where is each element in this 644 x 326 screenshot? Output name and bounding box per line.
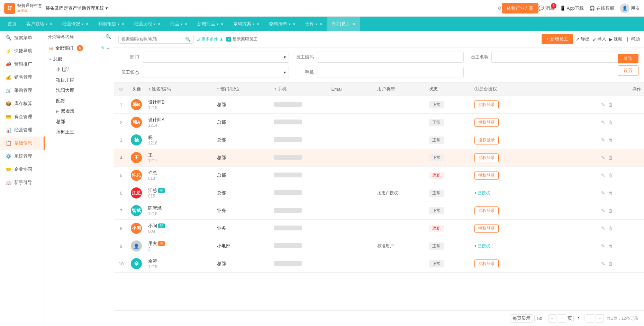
tab-profit[interactable]: 利润报告 ▾ ✕ — [93, 17, 129, 31]
tab-warehouse[interactable]: 仓库 ▾ ✕ — [300, 17, 327, 31]
delete-icon[interactable]: 🗑 — [608, 208, 613, 213]
close-icon[interactable]: ✕ — [157, 22, 161, 26]
dept-select[interactable]: ▾ — [142, 52, 289, 63]
dept-node-shuang[interactable]: ▶ 双虚想 — [45, 106, 114, 116]
status-select[interactable]: ▾ — [142, 67, 289, 78]
tab-employees[interactable]: 部门员工 ✕ — [327, 17, 360, 31]
prev-page-btn[interactable]: ‹ — [558, 314, 566, 323]
edit-icon[interactable]: ✎ — [601, 243, 605, 249]
delete-icon[interactable]: 🗑 — [608, 137, 613, 143]
tab-business[interactable]: 经营情况 ▾ ✕ — [57, 17, 93, 31]
edit-icon[interactable]: ✎ — [601, 102, 605, 107]
auth-button[interactable]: 授权登录 — [474, 171, 499, 180]
edit-icon[interactable]: ✎ — [601, 137, 605, 143]
search-input[interactable] — [121, 37, 184, 42]
edit-icon[interactable]: ✎ — [601, 173, 605, 178]
last-page-btn[interactable]: » — [596, 314, 604, 323]
auth-button[interactable]: 授权登录 — [474, 100, 499, 109]
auth-button[interactable]: 授权登录 — [474, 153, 499, 162]
th-name[interactable]: ↕ 姓名/编码 — [145, 82, 214, 96]
close-icon[interactable]: ✕ — [319, 22, 323, 26]
edit-icon[interactable]: ✎ — [601, 226, 605, 231]
page-input[interactable] — [573, 315, 584, 322]
auth-button[interactable]: 授权登录 — [474, 224, 499, 233]
tab-bom[interactable]: 物料清单 ▾ ✕ — [264, 17, 300, 31]
sidebar-item-collab[interactable]: 🤝 企业协同 — [0, 163, 45, 176]
next-page-btn[interactable]: › — [586, 314, 594, 323]
dept-node-electronics[interactable]: 小电部 — [45, 64, 114, 75]
close-icon[interactable]: ✕ — [352, 22, 355, 26]
message-icon-btn[interactable]: 💬 消息 5 — [538, 5, 554, 11]
sidebar-item-finance[interactable]: 💳 资金管理 — [0, 110, 45, 123]
delete-icon[interactable]: 🗑 — [608, 243, 613, 249]
dept-node-chashuwang[interactable]: 插树王三 — [45, 127, 114, 137]
sidebar-item-guide[interactable]: 📖 新手引导 — [0, 176, 45, 189]
phone-input[interactable] — [317, 67, 464, 78]
auth-button[interactable]: 授权登录 — [474, 259, 499, 268]
sidebar-item-purchase[interactable]: 🛒 采购管理 — [0, 84, 45, 97]
sidebar-item-sales[interactable]: 💰 销售管理 — [0, 71, 45, 84]
close-icon[interactable]: ✕ — [292, 22, 296, 26]
import-button[interactable]: ↙ 导入 — [592, 36, 606, 42]
view-button[interactable]: ▶ 视频 — [609, 36, 623, 42]
dept-search-input[interactable] — [48, 34, 104, 39]
gear-icon[interactable]: ⚙ — [498, 6, 502, 11]
tab-customer[interactable]: 客户联络 ▾ ✕ — [21, 17, 57, 31]
edit-icon[interactable]: ✎ — [101, 45, 105, 51]
app-download-btn[interactable]: 📱 App下载 — [560, 5, 584, 11]
delete-icon[interactable]: 🗑 — [608, 190, 613, 196]
delete-icon[interactable]: 🗑 — [608, 173, 613, 178]
add-employee-button[interactable]: + 新增员工 — [542, 34, 573, 44]
first-page-btn[interactable]: « — [548, 314, 556, 323]
delete-icon[interactable]: 🗑 — [608, 120, 613, 125]
dept-node-root[interactable]: ▾ 总部 — [45, 54, 114, 64]
close-icon[interactable]: ✕ — [49, 22, 53, 26]
service-btn[interactable]: 🎧 在线客服 — [589, 5, 614, 11]
trial-button[interactable]: 体验行业方案 — [502, 3, 538, 14]
sidebar-item-system[interactable]: ⚙️ 系统管理 — [0, 150, 45, 163]
auth-button[interactable]: 授权登录 — [474, 118, 499, 127]
sidebar-item-marketing[interactable]: 📣 营销推广 — [0, 58, 45, 71]
per-page-value[interactable]: 50 — [534, 315, 545, 322]
export-button[interactable]: ↗ 导出 — [576, 36, 590, 42]
tab-barcode[interactable]: 条码方案 ▾ ✕ — [228, 17, 264, 31]
tab-journey[interactable]: 经营历程 ▾ ✕ — [129, 17, 165, 31]
system-name[interactable]: 装备及固定资产辅助管理系统 ▾ — [46, 5, 495, 11]
delete-icon[interactable]: 🗑 — [608, 102, 613, 107]
tab-home[interactable]: 首页 — [3, 17, 21, 31]
edit-icon[interactable]: ✎ — [601, 190, 605, 196]
set-button[interactable]: 设置 — [618, 65, 638, 76]
sidebar-item-ops[interactable]: 📊 经营管理 — [0, 123, 45, 136]
th-phone[interactable]: ↕ 手机 — [271, 82, 328, 96]
dept-node-project[interactable]: 项目库房 — [45, 75, 114, 85]
dept-node-distribution[interactable]: 配货 — [45, 96, 114, 106]
emp-name-input[interactable] — [491, 52, 638, 63]
th-dept[interactable]: ↕ 部门/职位 — [214, 82, 271, 96]
edit-icon[interactable]: ✎ — [601, 208, 605, 213]
sidebar-item-inventory[interactable]: 📦 库存核算 — [0, 97, 45, 110]
query-button[interactable]: 查询 — [618, 54, 638, 63]
close-icon[interactable]: ✕ — [256, 22, 260, 26]
delete-icon[interactable]: 🗑 — [608, 155, 613, 160]
more-filter-btn[interactable]: ⊿ 更多条件 ▲ — [197, 36, 224, 42]
delete-icon[interactable]: 🗑 — [608, 261, 613, 266]
emp-code-input[interactable] — [317, 52, 464, 63]
tab-new-goods[interactable]: 新增商品 ▾ ✕ — [192, 17, 228, 31]
show-departed-toggle[interactable]: ✓ 显示离职员工 — [226, 36, 257, 42]
auth-button[interactable]: 授权登录 — [474, 136, 499, 144]
user-avatar[interactable]: 👤 用友 — [620, 3, 640, 13]
dept-node-shenyang[interactable]: 沈阳大库 — [45, 85, 114, 96]
edit-icon[interactable]: ✎ — [601, 155, 605, 160]
close-icon[interactable]: ✕ — [85, 22, 89, 26]
close-icon[interactable]: ✕ — [220, 22, 224, 26]
delete-icon[interactable]: 🗑 — [608, 226, 613, 231]
help-button[interactable]: ｜ 帮助 — [625, 36, 640, 42]
sidebar-item-nav[interactable]: ⚡ 快捷导航 — [0, 44, 45, 58]
close-icon[interactable]: ✕ — [121, 22, 125, 26]
sidebar-item-search[interactable]: 🔍 搜索菜单 — [0, 31, 45, 44]
dept-node-hq[interactable]: 总部 — [45, 116, 114, 127]
edit-icon[interactable]: ✎ — [601, 261, 605, 266]
edit-icon[interactable]: ✎ — [601, 120, 605, 125]
tab-goods[interactable]: 商品 ▾ ✕ — [165, 17, 192, 31]
close-icon[interactable]: ✕ — [184, 22, 188, 26]
